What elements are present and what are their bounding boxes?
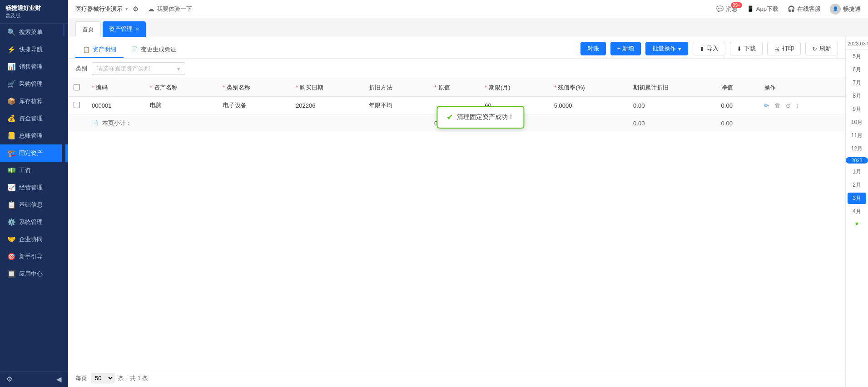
sidebar-item-appcenter[interactable]: 🔲 应用中心 (0, 265, 68, 283)
sidebar-item-label: 系统管理 (19, 218, 43, 226)
sidebar-item-collab[interactable]: 🤝 企业协同 (0, 231, 68, 248)
cal-month-9[interactable]: 9月 (846, 103, 868, 116)
collapse-icon[interactable]: ◀ (56, 375, 62, 383)
inner-tab-asset-detail[interactable]: 📋 资产明细 (75, 42, 124, 58)
sidebar-item-payroll[interactable]: 💵 工资 (0, 162, 68, 179)
quicknav-icon: ⚡ (7, 45, 15, 54)
per-page-select[interactable]: 50 100 200 (91, 373, 114, 383)
cal-month-3-active[interactable]: 3月 (848, 193, 866, 204)
voucher-icon: 📄 (131, 46, 138, 53)
user-profile[interactable]: 👤 畅捷通 (830, 4, 861, 15)
asset-detail-icon: 📋 (83, 46, 90, 53)
settings-icon[interactable]: ⚙ (6, 375, 12, 383)
sidebar-item-funds[interactable]: 💰 资金管理 (0, 110, 68, 127)
copy-icon[interactable]: ⊙ (786, 102, 791, 109)
company-arrow-icon: ▾ (125, 6, 128, 12)
category-select[interactable]: 请选择固定资产类别 ▾ (92, 62, 185, 75)
cal-month-7[interactable]: 7月 (846, 76, 868, 89)
cal-month-2[interactable]: 2月 (846, 179, 868, 192)
tab-asset-management[interactable]: 资产管理 ✕ (103, 21, 146, 37)
guide-icon: 🎯 (7, 253, 15, 261)
row-checkbox[interactable] (74, 102, 80, 108)
app-download-label: App下载 (756, 5, 779, 13)
experience-btn[interactable]: ☁ 我要体验一下 (148, 5, 192, 13)
delete-icon[interactable]: 🗑 (774, 102, 780, 109)
sidebar-item-operations[interactable]: 📈 经营管理 (0, 179, 68, 196)
new-btn[interactable]: + 新增 (610, 42, 641, 55)
print-label: 打印 (782, 45, 794, 53)
cal-bottom-icon[interactable]: ▼ (846, 218, 868, 230)
message-icon: 💬 (716, 5, 724, 12)
sidebar-nav: 🔍 搜索菜单 ⚡ 快捷导航 📊 销售管理 🛒 采购管理 📦 库存核算 💰 资金管… (0, 24, 68, 371)
row-initial-dep: 0.00 (628, 97, 716, 114)
sidebar-item-search[interactable]: 🔍 搜索菜单 (0, 24, 68, 41)
download-btn[interactable]: ⬇ 下载 (730, 42, 763, 55)
cal-month-6[interactable]: 6月 (846, 63, 868, 76)
per-page-label: 每页 (75, 374, 87, 382)
system-icon: ⚙️ (7, 218, 15, 226)
close-tab-icon[interactable]: ✕ (135, 26, 139, 32)
sidebar-item-ledger[interactable]: 📒 总账管理 (0, 127, 68, 144)
topbar: 医疗器械行业演示 ▾ ⚙ ☁ 我要体验一下 💬 消息 99+ 📱 App下载 🎧… (68, 0, 868, 18)
cal-month-1[interactable]: 1月 (846, 165, 868, 179)
sidebar-item-label: 工资 (19, 166, 31, 174)
col-purchase-date: 购买日期 (290, 79, 363, 97)
cal-month-4[interactable]: 4月 (846, 205, 868, 218)
batch-ops-btn[interactable]: 批量操作 ▾ (645, 42, 688, 55)
avatar: 👤 (830, 4, 841, 15)
close-panel-icon[interactable]: ✕ (866, 40, 868, 47)
select-all-header (68, 79, 86, 97)
col-operations: 操作 (759, 79, 845, 97)
online-service-btn[interactable]: 🎧 在线客服 (788, 5, 821, 13)
sidebar-item-fixed-assets[interactable]: 🏗️ 固定资产 (0, 144, 68, 162)
sidebar-item-purchase[interactable]: 🛒 采购管理 (0, 75, 68, 93)
print-icon: 🖨 (774, 45, 780, 52)
subtotal-empty-1 (68, 114, 86, 132)
tab-home[interactable]: 首页 (75, 21, 101, 37)
sidebar-item-basic-info[interactable]: 📋 基础信息 (0, 196, 68, 213)
row-net-value: 0.00 (716, 97, 759, 114)
row-asset-name: 电脑 (144, 97, 218, 114)
cal-month-8[interactable]: 8月 (846, 89, 868, 103)
appcenter-icon: 🔲 (7, 270, 15, 278)
app-download-btn[interactable]: 📱 App下载 (747, 5, 779, 13)
sidebar-item-label: 固定资产 (19, 149, 43, 157)
settings-gear-icon[interactable]: ⚙ (133, 5, 139, 13)
message-btn[interactable]: 💬 消息 99+ (716, 5, 738, 13)
payroll-icon: 💵 (7, 166, 15, 174)
sidebar-footer: ⚙ ◀ (0, 371, 68, 387)
edit-icon[interactable]: ✏ (764, 102, 769, 109)
inner-tab-voucher-label: 变更生成凭证 (141, 45, 176, 54)
sidebar-item-guide[interactable]: 🎯 新手引导 (0, 248, 68, 265)
cal-month-10[interactable]: 10月 (846, 116, 868, 129)
more-icon[interactable]: ↕ (796, 102, 799, 109)
sidebar-item-inventory[interactable]: 📦 库存核算 (0, 93, 68, 110)
calendar-header-date: 2023.03 (848, 41, 866, 46)
filter-row: 类别 请选择固定资产类别 ▾ (68, 59, 845, 79)
sidebar-item-label: 应用中心 (19, 270, 43, 278)
tab-home-label: 首页 (82, 25, 94, 34)
cal-month-5[interactable]: 5月 (846, 50, 868, 63)
select-all-checkbox[interactable] (74, 84, 80, 90)
sidebar-item-label: 新手引导 (19, 253, 43, 261)
sidebar-item-quicknav[interactable]: ⚡ 快捷导航 (0, 41, 68, 58)
sidebar-item-sales[interactable]: 📊 销售管理 (0, 58, 68, 75)
sidebar-item-label: 搜索菜单 (19, 28, 43, 36)
subtotal-initial-dep: 0.00 (628, 114, 716, 132)
cal-month-12[interactable]: 12月 (846, 142, 868, 155)
company-selector[interactable]: 医疗器械行业演示 ▾ (75, 5, 128, 13)
refresh-btn[interactable]: ↻ 刷新 (805, 42, 838, 55)
cal-month-11[interactable]: 11月 (846, 129, 868, 142)
reconcile-btn[interactable]: 对账 (580, 42, 606, 55)
print-btn[interactable]: 🖨 打印 (767, 42, 801, 55)
col-net-value: 净值 (716, 79, 759, 97)
year-2023-badge[interactable]: 2023 (846, 157, 868, 164)
import-btn[interactable]: ⬆ 导入 (693, 42, 725, 55)
col-depreciation-method: 折旧方法 (363, 79, 429, 97)
inner-tab-voucher[interactable]: 📄 变更生成凭证 (124, 42, 184, 58)
col-original-value: 原值 (429, 79, 479, 97)
funds-icon: 💰 (7, 114, 15, 123)
cloud-icon: ☁ (148, 5, 154, 13)
sidebar-item-system[interactable]: ⚙️ 系统管理 (0, 213, 68, 231)
subtotal-empty-3 (549, 114, 628, 132)
